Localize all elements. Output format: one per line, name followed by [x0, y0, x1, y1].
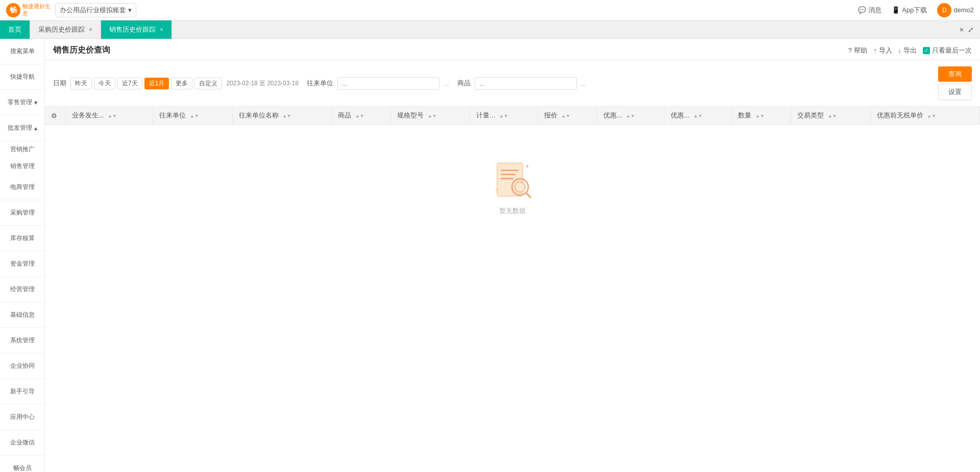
user-menu[interactable]: D demo2 — [937, 3, 974, 17]
th-biz-date[interactable]: 业务发生... ▲▼ — [65, 107, 153, 125]
sort-icons-discount1: ▲▼ — [626, 113, 635, 119]
top-header: 畅 畅捷通好生意 办公用品行业模拟账套 ▾ 💬 消息 📱 App下载 D dem… — [0, 0, 980, 20]
th-discount2[interactable]: 优惠... ▲▼ — [664, 107, 731, 125]
message-action[interactable]: 💬 消息 — [858, 6, 881, 15]
sort-icons-trade-type: ▲▼ — [828, 113, 837, 119]
date-filter-label: 日期 — [53, 79, 66, 88]
sidebar-item-retail-mgmt[interactable]: 零售管理 ▾ — [0, 90, 44, 115]
sort-icons-product: ▲▼ — [355, 113, 364, 119]
sort-icons-spec: ▲▼ — [428, 113, 437, 119]
th-product[interactable]: 商品 ▲▼ — [332, 107, 391, 125]
import-icon: ↑ — [873, 46, 877, 54]
logo-area: 畅 畅捷通好生意 — [6, 3, 51, 17]
empty-illustration: ✦ ✦ — [487, 155, 538, 206]
sidebar-item-inventory-calc[interactable]: 库存核算 — [0, 226, 44, 251]
settings-button[interactable]: 设置 — [938, 84, 972, 100]
th-partner-code[interactable]: 往来单位 ▲▼ — [153, 107, 232, 125]
message-icon: 💬 — [858, 6, 866, 14]
content-area: 销售历史价查询 ? 帮助 ↑ 导入 ↓ 导出 ✓ — [45, 39, 980, 472]
sidebar-item-system-mgmt[interactable]: 系统管理 — [0, 328, 44, 353]
sort-icons-unit: ▲▼ — [499, 113, 508, 119]
sidebar-sub-marketing[interactable]: 营销推广 — [0, 141, 44, 158]
show-last-only-checkbox[interactable]: ✓ — [923, 47, 930, 54]
show-last-only-label[interactable]: ✓ 只看最后一次 — [923, 46, 972, 55]
th-quantity[interactable]: 数量 ▲▼ — [732, 107, 791, 125]
th-partner-name[interactable]: 往来单位名称 ▲▼ — [232, 107, 332, 125]
sort-icons-pretax-price: ▲▼ — [927, 113, 936, 119]
th-unit[interactable]: 计量... ▲▼ — [470, 107, 537, 125]
search-menu-label: 搜索菜单 — [10, 47, 35, 56]
tab-sales-history[interactable]: 销售历史价跟踪 × — [101, 20, 172, 39]
page-title: 销售历史价查询 — [53, 45, 110, 56]
sort-icons-partner-name: ▲▼ — [282, 113, 291, 119]
logo-text: 畅捷通好生意 — [22, 3, 51, 16]
svg-line-6 — [526, 193, 530, 197]
query-button[interactable]: 查询 — [938, 66, 972, 82]
svg-text:✦: ✦ — [525, 163, 529, 169]
date-btn-yesterday[interactable]: 昨天 — [70, 78, 92, 89]
sort-icons-discount2: ▲▼ — [693, 113, 702, 119]
product-filter-label: 商品 — [457, 79, 471, 88]
date-btn-last1month[interactable]: 近1月 — [144, 78, 169, 89]
sidebar-item-corp-collab[interactable]: 企业协同 — [0, 353, 44, 379]
partner-filter-label: 往来单位 — [307, 79, 333, 88]
sidebar-item-ops-mgmt[interactable]: 经营管理 — [0, 277, 44, 302]
sidebar-item-member[interactable]: 畅会员 — [0, 456, 44, 472]
sidebar-sub-sales-mgmt[interactable]: 销售管理 — [0, 158, 44, 175]
close-all-tabs-button[interactable]: × — [960, 26, 964, 34]
tab-purchase-history[interactable]: 采购历史价跟踪 × — [30, 20, 101, 39]
tab-purchase-close[interactable]: × — [89, 26, 92, 33]
tab-sales-label: 销售历史价跟踪 — [109, 25, 156, 34]
help-action[interactable]: ? 帮助 — [848, 46, 867, 55]
tab-actions: × ⤢ — [953, 26, 980, 34]
partner-filter-input[interactable] — [337, 77, 439, 90]
th-spec[interactable]: 规格型号 ▲▼ — [391, 107, 470, 125]
sidebar-item-search-menu[interactable]: 搜索菜单 — [0, 39, 44, 64]
sidebar-item-finance-mgmt[interactable]: 资金管理 — [0, 251, 44, 277]
product-dots: ... — [581, 80, 586, 87]
sidebar-item-quick-nav[interactable]: 快捷导航 — [0, 64, 44, 90]
app-download-action[interactable]: 📱 App下载 — [892, 6, 927, 15]
svg-rect-1 — [501, 170, 519, 171]
product-filter-input[interactable] — [475, 77, 577, 90]
sidebar-item-app-center[interactable]: 应用中心 — [0, 405, 44, 430]
sidebar-item-new-guide[interactable]: 新手引导 — [0, 379, 44, 405]
header-right: 💬 消息 📱 App下载 D demo2 — [858, 3, 974, 17]
filter-area: 日期 昨天 今天 近7天 近1月 更多 自定义 2023-02-18 至 202… — [45, 60, 980, 107]
tab-home-label: 首页 — [8, 25, 21, 34]
quick-nav-label: 快捷导航 — [10, 73, 35, 81]
tab-sales-close[interactable]: × — [160, 26, 163, 33]
th-quoted-price[interactable]: 报价 ▲▼ — [537, 107, 597, 125]
tab-home[interactable]: 首页 — [0, 20, 30, 39]
maximize-button[interactable]: ⤢ — [968, 26, 974, 34]
date-buttons: 昨天 今天 近7天 近1月 更多 自定义 — [70, 78, 222, 89]
retail-mgmt-label: 零售管理 — [8, 98, 32, 107]
date-btn-custom[interactable]: 自定义 — [194, 78, 222, 89]
export-action[interactable]: ↓ 导出 — [898, 46, 917, 55]
th-discount1[interactable]: 优惠... ▲▼ — [597, 107, 664, 125]
svg-text:✦: ✦ — [495, 188, 498, 192]
sidebar-item-corp-wechat[interactable]: 企业微信 — [0, 430, 44, 456]
svg-rect-3 — [501, 178, 513, 179]
date-btn-more[interactable]: 更多 — [171, 78, 192, 89]
page-content: 销售历史价查询 ? 帮助 ↑ 导入 ↓ 导出 ✓ — [45, 39, 980, 472]
sidebar-item-wholesale-mgmt[interactable]: 批发管理 ▴ — [0, 115, 44, 141]
wholesale-mgmt-label: 批发管理 — [8, 124, 32, 132]
table-header: ⚙ 业务发生... ▲▼ 往来单位 ▲▼ 往来单位名称 — [45, 107, 980, 125]
th-settings[interactable]: ⚙ — [45, 107, 65, 125]
table-header-row: ⚙ 业务发生... ▲▼ 往来单位 ▲▼ 往来单位名称 — [45, 107, 980, 125]
wholesale-mgmt-arrow: ▴ — [34, 125, 37, 132]
import-action[interactable]: ↑ 导入 — [873, 46, 892, 55]
sidebar-item-basic-info[interactable]: 基础信息 — [0, 302, 44, 328]
tab-bar: 首页 采购历史价跟踪 × 销售历史价跟踪 × × ⤢ — [0, 20, 980, 39]
th-pretax-price[interactable]: 优惠前无税单价 ▲▼ — [870, 107, 980, 125]
th-trade-type[interactable]: 交易类型 ▲▼ — [791, 107, 870, 125]
sidebar-item-purchase-mgmt[interactable]: 采购管理 — [0, 200, 44, 226]
sidebar-item-ecommerce-mgmt[interactable]: 电商管理 — [0, 175, 44, 200]
empty-state: ✦ ✦ 暂无数据 — [45, 125, 980, 246]
date-btn-today[interactable]: 今天 — [94, 78, 115, 89]
sort-icons-quantity: ▲▼ — [755, 113, 765, 119]
sidebar: 搜索菜单 快捷导航 零售管理 ▾ 批发管理 ▴ 营销推广 销售管理 电商管理 采… — [0, 39, 45, 472]
date-btn-last7days[interactable]: 近7天 — [117, 78, 142, 89]
company-dropdown[interactable]: 办公用品行业模拟账套 ▾ — [55, 3, 136, 17]
